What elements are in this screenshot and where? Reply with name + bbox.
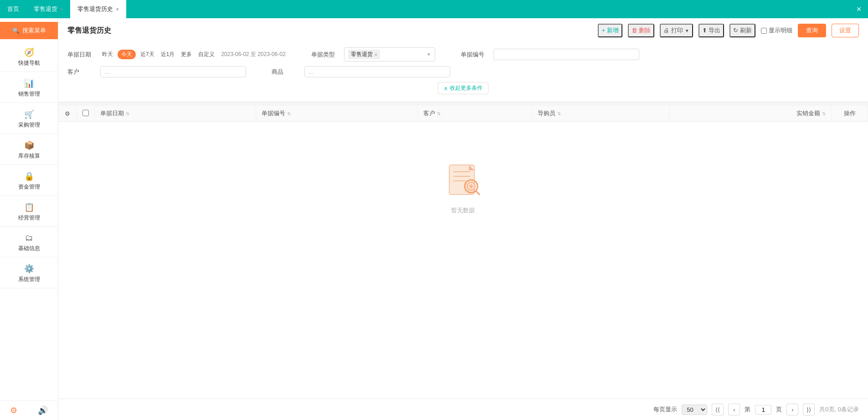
audio-icon[interactable]: 🔊 — [38, 405, 48, 415]
sort-customer-icon: ⇅ — [437, 111, 441, 116]
tab-retail-return-close[interactable]: × — [60, 6, 63, 12]
refresh-button[interactable]: ↻ 刷新 — [729, 24, 755, 37]
date-opt-custom[interactable]: 自定义 — [196, 50, 216, 59]
sidebar-item-sales-mgmt[interactable]: 📊 销售管理 — [0, 72, 58, 103]
quick-nav-icon: 🧭 — [24, 47, 34, 57]
basic-info-icon: 🗂 — [25, 233, 33, 243]
app-layout: 🔍 搜索菜单 🧭 快捷导航 📊 销售管理 🛒 采购管理 📦 库存核算 🔒 资金管… — [0, 18, 868, 420]
empty-icon — [440, 158, 486, 199]
customer-select[interactable]: ... — [100, 66, 246, 77]
sidebar-item-operations[interactable]: 📋 经营管理 — [0, 196, 58, 227]
doc-type-dropdown-icon: ▼ — [426, 52, 431, 57]
page-word: 第 — [745, 405, 750, 414]
date-opt-1month[interactable]: 近1月 — [159, 50, 177, 59]
th-doc-no[interactable]: 单据编号 ⇅ — [256, 106, 418, 122]
tab-retail-return-history-close[interactable]: × — [116, 6, 118, 12]
date-opt-7days[interactable]: 近7天 — [139, 50, 156, 59]
system-icon: ⚙️ — [24, 264, 34, 274]
page-summary: 共0页, 0条记录 — [819, 405, 859, 414]
tab-home[interactable]: 首页 — [0, 0, 26, 18]
show-detail-checkbox[interactable] — [761, 28, 767, 34]
prev-page-button[interactable]: ‹ — [728, 404, 740, 415]
filter-row-1: 单据日期 昨天 今天 近7天 近1月 更多 自定义 2023-06-02 至 2… — [67, 47, 859, 61]
sidebar-item-basic-info[interactable]: 🗂 基础信息 — [0, 227, 58, 257]
page-size-select[interactable]: 50 10 20 100 — [682, 405, 707, 415]
doc-no-label: 单据编号 — [461, 51, 486, 59]
th-guide[interactable]: 导购员 ⇅ — [532, 106, 670, 122]
doc-no-input[interactable] — [493, 49, 639, 60]
data-table-container: ⚙ 单据日期 ⇅ 单据编号 — [58, 106, 868, 399]
date-opt-more[interactable]: 更多 — [179, 50, 194, 59]
purchase-icon: 🛒 — [24, 109, 34, 119]
page-number-input[interactable] — [755, 405, 771, 415]
goods-filter-label: 商品 — [272, 68, 297, 76]
settings-bottom-icon[interactable]: ⚙ — [10, 405, 17, 415]
page-title: 零售退货历史 — [67, 26, 111, 36]
sidebar-item-system[interactable]: ⚙️ 系统管理 — [0, 257, 58, 288]
toolbar: + 新增 🗑 删除 🖨 打印 ▼ ⬆ 导出 ↻ 刷新 — [598, 24, 859, 37]
sidebar-item-inventory[interactable]: 📦 库存核算 — [0, 134, 58, 165]
customer-placeholder: ... — [104, 68, 109, 75]
th-doc-date[interactable]: 单据日期 ⇅ — [94, 106, 256, 122]
query-button[interactable]: 查询 — [798, 24, 826, 37]
sort-amount-icon: ⇅ — [822, 111, 826, 116]
inventory-icon: 📦 — [24, 140, 34, 150]
window-close-button[interactable]: × — [850, 0, 868, 18]
doc-type-select[interactable]: 零售退货 × ▼ — [344, 47, 435, 61]
collapse-button[interactable]: ∧ 收起更多条件 — [438, 82, 488, 94]
tab-retail-return[interactable]: 零售退货 × — [26, 0, 70, 18]
empty-state: 暂无数据 — [58, 122, 868, 251]
sidebar-bottom: ⚙ 🔊 — [0, 400, 58, 420]
last-page-button[interactable]: ⟩⟩ — [803, 404, 815, 415]
finance-icon: 🔒 — [24, 171, 34, 181]
search-icon: 🔍 — [12, 27, 20, 34]
th-action: 操作 — [832, 106, 868, 122]
select-all-checkbox[interactable] — [82, 110, 89, 116]
top-bar: 首页 零售退货 × 零售退货历史 × × — [0, 0, 868, 18]
page-label: 页 — [776, 405, 782, 414]
sidebar-item-finance[interactable]: 🔒 资金管理 — [0, 165, 58, 196]
data-table: ⚙ 单据日期 ⇅ 单据编号 — [58, 106, 868, 251]
operations-icon: 📋 — [24, 202, 34, 212]
sort-doc-no-icon: ⇅ — [287, 111, 291, 116]
sort-doc-date-icon: ⇅ — [126, 111, 129, 116]
table-header: ⚙ 单据日期 ⇅ 单据编号 — [58, 106, 868, 122]
doc-type-tag-close[interactable]: × — [375, 52, 377, 57]
sort-guide-icon: ⇅ — [557, 111, 561, 116]
delete-button[interactable]: 🗑 删除 — [628, 24, 655, 37]
add-button[interactable]: + 新增 — [598, 24, 622, 37]
table-settings-icon[interactable]: ⚙ — [65, 110, 70, 117]
next-page-button[interactable]: › — [786, 404, 798, 415]
th-customer[interactable]: 客户 ⇅ — [417, 106, 532, 122]
sales-icon: 📊 — [24, 78, 34, 88]
goods-placeholder: ... — [308, 68, 313, 75]
page-header: 零售退货历史 + 新增 🗑 删除 🖨 打印 ▼ ⬆ 导出 — [58, 18, 868, 102]
date-opt-today[interactable]: 今天 — [118, 50, 136, 59]
empty-text: 暂无数据 — [451, 206, 475, 215]
set-button[interactable]: 设置 — [832, 24, 859, 37]
sidebar-item-quick-nav[interactable]: 🧭 快捷导航 — [0, 41, 58, 72]
sidebar-search[interactable]: 🔍 搜索菜单 — [0, 22, 58, 39]
page-title-row: 零售退货历史 + 新增 🗑 删除 🖨 打印 ▼ ⬆ 导出 — [67, 24, 859, 37]
th-actual-amount[interactable]: 实销金额 ⇅ — [670, 106, 832, 122]
goods-select[interactable]: ... — [304, 66, 450, 77]
th-settings[interactable]: ⚙ — [58, 106, 77, 122]
table-body: 暂无数据 — [58, 122, 868, 251]
show-detail-checkbox-label[interactable]: 显示明细 — [761, 26, 792, 35]
sidebar-item-purchase-mgmt[interactable]: 🛒 采购管理 — [0, 103, 58, 134]
filter-area: 单据日期 昨天 今天 近7天 近1月 更多 自定义 2023-06-02 至 2… — [67, 43, 859, 98]
tab-bar: 首页 零售退货 × 零售退货历史 × — [0, 0, 850, 18]
date-range-display: 2023-06-02 至 2023-06-02 — [221, 51, 285, 58]
page-size-label: 每页显示 — [653, 405, 677, 414]
th-checkbox — [77, 106, 94, 122]
tab-retail-return-history[interactable]: 零售退货历史 × — [70, 0, 126, 18]
sidebar: 🔍 搜索菜单 🧭 快捷导航 📊 销售管理 🛒 采购管理 📦 库存核算 🔒 资金管… — [0, 18, 58, 420]
date-opt-yesterday[interactable]: 昨天 — [100, 50, 115, 59]
first-page-button[interactable]: ⟨⟨ — [712, 404, 724, 415]
svg-line-6 — [476, 191, 479, 195]
print-button[interactable]: 🖨 打印 ▼ — [660, 24, 693, 37]
export-button[interactable]: ⬆ 导出 — [699, 24, 724, 37]
doc-type-tag: 零售退货 × — [348, 50, 380, 59]
pagination-bar: 每页显示 50 10 20 100 ⟨⟨ ‹ 第 页 › ⟩⟩ 共0页, 0条记… — [58, 399, 868, 420]
collapse-icon: ∧ — [444, 85, 448, 92]
